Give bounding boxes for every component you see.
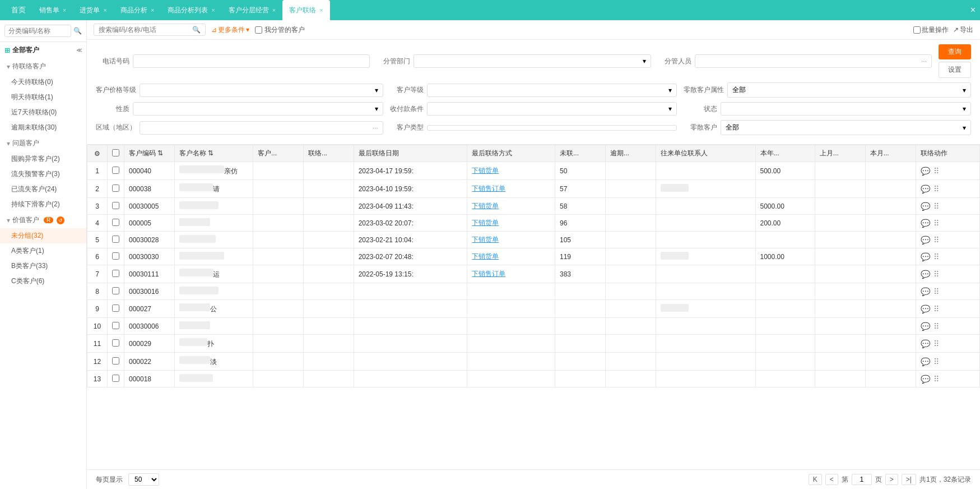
last-contact-type[interactable]: 下销货单 — [467, 232, 555, 248]
row-check[interactable] — [108, 248, 124, 265]
first-page-btn[interactable]: K — [809, 474, 822, 485]
row-checkbox[interactable] — [112, 287, 119, 294]
my-customer-checkbox[interactable]: 我分管的客户 — [255, 25, 305, 35]
last-page-btn[interactable]: >| — [902, 474, 916, 485]
page-input[interactable] — [852, 474, 872, 485]
col-overdue[interactable]: 逾期... — [605, 145, 656, 162]
more-icon[interactable]: ⠿ — [933, 184, 939, 193]
export-btn[interactable]: ↗ 导出 — [953, 25, 973, 35]
sidebar-item-declining[interactable]: 持续下滑客户(2) — [0, 197, 86, 212]
more-icon[interactable]: ⠿ — [933, 270, 939, 279]
contact-type-link[interactable]: 下销货单 — [472, 236, 499, 243]
batch-ops-btn[interactable]: 批量操作 — [913, 25, 949, 35]
my-customer-check[interactable] — [255, 26, 262, 34]
chat-icon[interactable]: 💬 — [921, 339, 930, 348]
action-cell[interactable]: 💬 ⠿ — [916, 215, 980, 232]
next-page-btn[interactable]: > — [885, 474, 898, 485]
row-checkbox[interactable] — [112, 219, 119, 226]
action-cell[interactable]: 💬 ⠿ — [916, 162, 980, 180]
nature-select[interactable] — [133, 102, 383, 116]
last-contact-type[interactable]: 下销售订单 — [467, 265, 555, 283]
action-cell[interactable]: 💬 ⠿ — [916, 265, 980, 283]
col-customer-name[interactable]: 客户名称 ⇅ — [175, 145, 253, 162]
search-input[interactable] — [99, 26, 192, 34]
chat-icon[interactable]: 💬 — [921, 236, 930, 245]
chat-icon[interactable]: 💬 — [921, 184, 930, 193]
row-checkbox[interactable] — [112, 357, 119, 365]
sidebar-item-today[interactable]: 今天待联络(0) — [0, 75, 86, 90]
sidebar-item-ungroup[interactable]: 未分组(32) — [0, 228, 86, 243]
col-settings[interactable]: ⚙ — [87, 145, 108, 162]
all-customers-header[interactable]: ⊞ 全部客户 ≪ — [0, 42, 86, 58]
col-this-month[interactable]: 本月... — [865, 145, 916, 162]
action-cell[interactable]: 💬 ⠿ — [916, 283, 980, 300]
col-last-month[interactable]: 上月... — [815, 145, 865, 162]
close-tier-tab[interactable]: × — [272, 7, 276, 13]
action-cell[interactable]: 💬 ⠿ — [916, 300, 980, 318]
row-checkbox[interactable] — [112, 202, 119, 209]
tab-sales[interactable]: 销售单 × — [32, 0, 73, 20]
manager-select[interactable]: ··· — [695, 54, 932, 68]
contact-type-link[interactable]: 下销售订单 — [472, 184, 505, 192]
chat-icon[interactable]: 💬 — [921, 270, 930, 279]
check-all[interactable] — [112, 149, 119, 156]
sidebar-search-input[interactable] — [4, 25, 71, 37]
problem-customer-group[interactable]: ▾ 问题客户 — [0, 135, 86, 151]
sidebar-item-overdue[interactable]: 逾期未联络(30) — [0, 120, 86, 135]
contact-type-link[interactable]: 下销货单 — [472, 252, 499, 260]
tab-product-list[interactable]: 商品分析列表 × — [161, 0, 221, 20]
more-icon[interactable]: ⠿ — [933, 219, 939, 228]
close-list-tab[interactable]: × — [211, 7, 215, 13]
prev-page-btn[interactable]: < — [825, 474, 838, 485]
tab-purchase[interactable]: 进货单 × — [73, 0, 113, 20]
status-select[interactable] — [721, 102, 971, 116]
action-cell[interactable]: 💬 ⠿ — [916, 335, 980, 353]
search-icon[interactable]: 🔍 — [192, 26, 201, 34]
sidebar-item-c-class[interactable]: C类客户(6) — [0, 274, 86, 289]
action-cell[interactable]: 💬 ⠿ — [916, 248, 980, 265]
action-cell[interactable]: 💬 ⠿ — [916, 371, 980, 387]
col-unit-contact[interactable]: 往来单位联系人 — [656, 145, 755, 162]
row-check[interactable] — [108, 215, 124, 232]
col-no-contact[interactable]: 未联... — [555, 145, 606, 162]
sidebar-item-b-class[interactable]: B类客户(33) — [0, 259, 86, 274]
close-sales-tab[interactable]: × — [63, 7, 66, 13]
region-more[interactable]: ··· — [373, 124, 378, 132]
row-check[interactable] — [108, 283, 124, 300]
action-cell[interactable]: 💬 ⠿ — [916, 232, 980, 248]
col-last-date[interactable]: 最后联络日期 — [354, 145, 467, 162]
price-level-select[interactable] — [140, 84, 383, 97]
sidebar-item-7days[interactable]: 近7天待联络(0) — [0, 105, 86, 120]
row-checkbox[interactable] — [112, 167, 119, 174]
action-cell[interactable]: 💬 ⠿ — [916, 180, 980, 198]
customer-type-select[interactable] — [427, 125, 677, 131]
row-check[interactable] — [108, 232, 124, 248]
row-checkbox[interactable] — [112, 375, 119, 382]
tab-customer-contact[interactable]: 客户联络 × — [282, 0, 329, 20]
row-check[interactable] — [108, 335, 124, 353]
last-contact-type[interactable]: 下销售订单 — [467, 180, 555, 198]
contact-type-link[interactable]: 下销货单 — [472, 167, 499, 174]
chat-icon[interactable]: 💬 — [921, 167, 930, 176]
pending-contact-group[interactable]: ▾ 待联络客户 — [0, 58, 86, 75]
col-contact[interactable]: 联络... — [303, 145, 354, 162]
action-cell[interactable]: 💬 ⠿ — [916, 198, 980, 215]
per-page-select[interactable]: 50 100 200 — [128, 473, 159, 486]
batch-check[interactable] — [913, 26, 921, 34]
col-check-all[interactable] — [108, 145, 124, 162]
value-customer-group[interactable]: ▾ 价值客户 R ↺ — [0, 212, 86, 228]
row-check[interactable] — [108, 371, 124, 387]
more-icon[interactable]: ⠿ — [933, 305, 939, 313]
row-checkbox[interactable] — [112, 252, 119, 260]
zero-attr-select[interactable]: 全部 — [727, 82, 971, 98]
col-customer-type[interactable]: 客户... — [253, 145, 304, 162]
collapse-sidebar-btn[interactable]: ≪ — [76, 47, 82, 53]
row-check[interactable] — [108, 265, 124, 283]
more-icon[interactable]: ⠿ — [933, 252, 939, 261]
close-all-tabs[interactable]: × — [970, 5, 976, 15]
zero-customer-select[interactable]: 全部 — [721, 120, 971, 135]
col-action[interactable]: 联络动作 — [916, 145, 980, 162]
row-checkbox[interactable] — [112, 322, 119, 329]
chat-icon[interactable]: 💬 — [921, 305, 930, 313]
more-icon[interactable]: ⠿ — [933, 287, 939, 296]
